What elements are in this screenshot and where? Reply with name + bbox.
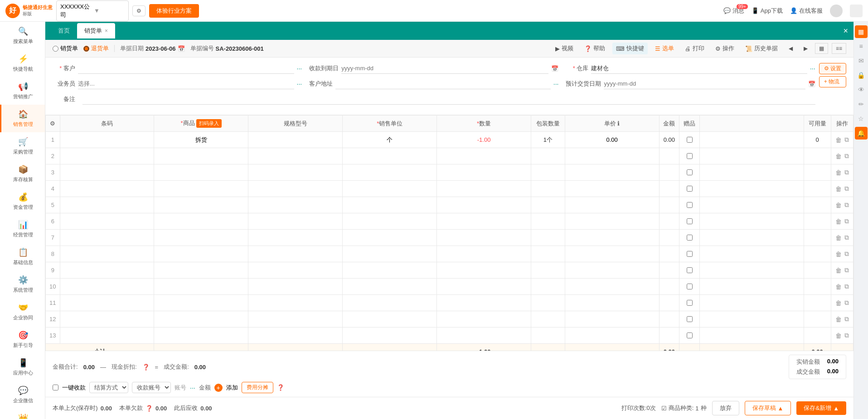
account-select[interactable]: 收款账号 — [132, 382, 171, 393]
cell-unit[interactable] — [343, 230, 437, 246]
cell-quantity[interactable] — [437, 230, 531, 246]
cell-price[interactable] — [565, 327, 659, 344]
grid-view-btn[interactable]: ▦ — [815, 43, 828, 54]
copy-row-icon[interactable]: ⧉ — [844, 169, 849, 176]
customer-input[interactable] — [78, 63, 294, 74]
online-service-btn[interactable]: 👤 在线客服 — [790, 7, 823, 15]
experience-button[interactable]: 体验行业方案 — [149, 4, 199, 18]
sidebar-item-finance[interactable]: 💰 资金管理 — [0, 188, 45, 215]
customer-dots-btn[interactable]: ··· — [297, 65, 302, 72]
cell-product[interactable] — [154, 279, 248, 295]
logistics-button[interactable]: + 物流 — [819, 76, 846, 87]
cell-spec[interactable] — [248, 246, 343, 262]
sidebar-item-purchase[interactable]: 🛒 采购管理 — [0, 132, 45, 160]
cell-price[interactable] — [565, 164, 659, 181]
cell-gift[interactable] — [679, 213, 700, 230]
help-btn[interactable]: ❓ 帮助 — [581, 43, 609, 54]
cell-spec[interactable] — [248, 311, 343, 327]
cell-unit[interactable] — [343, 327, 437, 344]
scan-button[interactable]: 扫码录入 — [196, 119, 222, 128]
sidebar-item-wechat[interactable]: 💬 企业微信 — [0, 381, 45, 409]
one-click-payment-checkbox[interactable] — [53, 385, 58, 390]
cell-gift[interactable] — [679, 132, 700, 148]
delete-row-icon[interactable]: 🗑 — [835, 153, 842, 160]
shortcut-btn[interactable]: ⌨ 快捷键 — [612, 43, 648, 54]
cell-price[interactable] — [565, 295, 659, 311]
cell-price[interactable] — [565, 311, 659, 327]
cell-product[interactable] — [154, 327, 248, 344]
avatar[interactable] — [830, 5, 843, 17]
sidebar-item-guide[interactable]: 🎯 新手引导 — [0, 326, 45, 353]
cell-price[interactable] — [565, 132, 659, 148]
message-btn[interactable]: 💬 消息 99+ — [723, 7, 744, 15]
cell-product[interactable] — [154, 132, 248, 148]
cell-barcode[interactable] — [60, 132, 154, 148]
cell-barcode[interactable] — [60, 279, 154, 295]
cell-quantity[interactable] — [437, 262, 531, 279]
right-panel-eye-icon[interactable]: 👁 — [855, 83, 868, 96]
cell-spec[interactable] — [248, 230, 343, 246]
right-panel-table-view-icon[interactable]: ▦ — [855, 25, 868, 38]
copy-row-icon[interactable]: ⧉ — [844, 234, 849, 241]
cell-quantity[interactable] — [437, 181, 531, 197]
delete-row-icon[interactable]: 🗑 — [835, 185, 842, 193]
cell-spec[interactable] — [248, 213, 343, 230]
total-owe-help-icon[interactable]: ❓ — [145, 405, 153, 412]
notes-input[interactable] — [82, 94, 815, 105]
cell-quantity[interactable] — [437, 164, 531, 181]
cell-barcode[interactable] — [60, 246, 154, 262]
close-panel-btn[interactable]: × — [843, 26, 848, 36]
copy-row-icon[interactable]: ⧉ — [844, 315, 849, 323]
cell-unit[interactable] — [343, 213, 437, 230]
user-menu-icon[interactable] — [850, 5, 863, 17]
cell-gift[interactable] — [679, 279, 700, 295]
sidebar-item-member[interactable]: 👑 畅会员 — [0, 409, 45, 419]
copy-row-icon[interactable]: ⧉ — [844, 217, 849, 225]
sidebar-item-marketing[interactable]: 📢 营销推广 — [0, 77, 45, 105]
cell-quantity[interactable] — [437, 148, 531, 164]
cell-product[interactable] — [154, 197, 248, 213]
delete-row-icon[interactable]: 🗑 — [835, 250, 842, 258]
select-btn[interactable]: ☰ 选单 — [651, 43, 678, 54]
cell-gift[interactable] — [679, 148, 700, 164]
cell-product[interactable] — [154, 295, 248, 311]
delete-row-icon[interactable]: 🗑 — [835, 136, 842, 144]
cell-product[interactable] — [154, 164, 248, 181]
delete-row-icon[interactable]: 🗑 — [835, 283, 842, 290]
delivery-calendar-icon[interactable]: 📅 — [808, 81, 815, 87]
save-new-button[interactable]: 保存&新增 ▲ — [796, 401, 846, 415]
cell-barcode[interactable] — [60, 262, 154, 279]
gear-icon-btn[interactable]: ⚙ — [132, 5, 145, 16]
cell-quantity[interactable] — [437, 279, 531, 295]
cell-spec[interactable] — [248, 197, 343, 213]
cell-unit[interactable] — [343, 181, 437, 197]
delete-row-icon[interactable]: 🗑 — [835, 218, 842, 225]
copy-row-icon[interactable]: ⧉ — [844, 299, 849, 307]
copy-row-icon[interactable]: ⧉ — [844, 185, 849, 193]
copy-row-icon[interactable]: ⧉ — [844, 136, 849, 144]
cell-spec[interactable] — [248, 148, 343, 164]
radio-return-order[interactable]: 退货单 — [83, 44, 109, 53]
copy-row-icon[interactable]: ⧉ — [844, 250, 849, 258]
settlement-method-select[interactable]: 结算方式 — [89, 382, 128, 393]
cell-quantity[interactable] — [437, 197, 531, 213]
cell-quantity[interactable] — [437, 246, 531, 262]
cell-quantity[interactable] — [437, 213, 531, 230]
cell-barcode[interactable] — [60, 148, 154, 164]
tab-sales-order[interactable]: 销货单 × — [77, 23, 115, 39]
cell-barcode[interactable] — [60, 164, 154, 181]
radio-return-input[interactable] — [83, 46, 89, 52]
cell-spec[interactable] — [248, 295, 343, 311]
warehouse-dots-btn[interactable]: ··· — [810, 65, 815, 72]
cell-price[interactable] — [565, 197, 659, 213]
cell-barcode[interactable] — [60, 311, 154, 327]
cell-spec[interactable] — [248, 262, 343, 279]
cell-price[interactable] — [565, 213, 659, 230]
sidebar-item-basic[interactable]: 📋 基础信息 — [0, 243, 45, 270]
cell-product[interactable] — [154, 230, 248, 246]
right-panel-star-icon[interactable]: ☆ — [855, 112, 868, 125]
cell-product[interactable] — [154, 311, 248, 327]
cell-product[interactable] — [154, 262, 248, 279]
product-type-icon[interactable]: ☑ — [661, 405, 667, 412]
cell-price[interactable] — [565, 230, 659, 246]
